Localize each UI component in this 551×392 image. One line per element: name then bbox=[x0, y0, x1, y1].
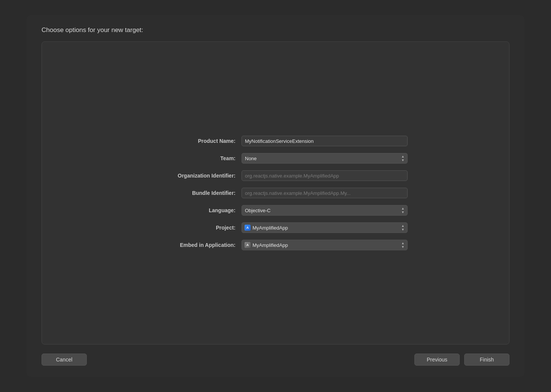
embed-select-wrapper: MyAmplifiedApp A ▲ ▼ bbox=[242, 240, 408, 250]
product-name-input[interactable] bbox=[242, 136, 408, 146]
project-select-wrapper: MyAmplifiedApp A ▲ ▼ bbox=[242, 222, 408, 233]
org-identifier-row: Organization Identifier: bbox=[143, 170, 408, 181]
org-identifier-input[interactable] bbox=[242, 170, 408, 181]
embed-row: Embed in Application: MyAmplifiedApp A ▲… bbox=[143, 240, 408, 250]
team-select[interactable]: None bbox=[242, 153, 408, 164]
embed-select[interactable]: MyAmplifiedApp bbox=[242, 240, 408, 250]
dialog-container: Choose options for your new target: Prod… bbox=[26, 15, 525, 377]
finish-button[interactable]: Finish bbox=[464, 354, 509, 366]
language-row: Language: Objective-C Swift ▲ ▼ bbox=[143, 205, 408, 216]
language-label: Language: bbox=[143, 207, 242, 213]
dialog-title: Choose options for your new target: bbox=[42, 26, 509, 34]
bundle-identifier-value: org.reactjs.native.example.MyAmplifiedAp… bbox=[242, 188, 408, 198]
content-area: Product Name: Team: None ▲ ▼ Orga bbox=[42, 41, 509, 345]
embed-label: Embed in Application: bbox=[143, 242, 242, 248]
project-select[interactable]: MyAmplifiedApp bbox=[242, 222, 408, 233]
org-identifier-label: Organization Identifier: bbox=[143, 173, 242, 179]
language-select[interactable]: Objective-C Swift bbox=[242, 205, 408, 216]
bundle-identifier-label: Bundle Identifier: bbox=[143, 190, 242, 196]
project-label: Project: bbox=[143, 225, 242, 231]
bundle-identifier-row: Bundle Identifier: org.reactjs.native.ex… bbox=[143, 188, 408, 198]
right-buttons: Previous Finish bbox=[414, 354, 509, 366]
team-select-wrapper: None ▲ ▼ bbox=[242, 153, 408, 164]
team-row: Team: None ▲ ▼ bbox=[143, 153, 408, 164]
product-name-row: Product Name: bbox=[143, 136, 408, 146]
project-row: Project: MyAmplifiedApp A ▲ ▼ bbox=[143, 222, 408, 233]
language-select-wrapper: Objective-C Swift ▲ ▼ bbox=[242, 205, 408, 216]
previous-button[interactable]: Previous bbox=[414, 354, 460, 366]
cancel-button[interactable]: Cancel bbox=[42, 354, 87, 366]
product-name-label: Product Name: bbox=[143, 138, 242, 144]
team-label: Team: bbox=[143, 155, 242, 161]
form-container: Product Name: Team: None ▲ ▼ Orga bbox=[143, 136, 408, 250]
button-row: Cancel Previous Finish bbox=[42, 354, 509, 366]
